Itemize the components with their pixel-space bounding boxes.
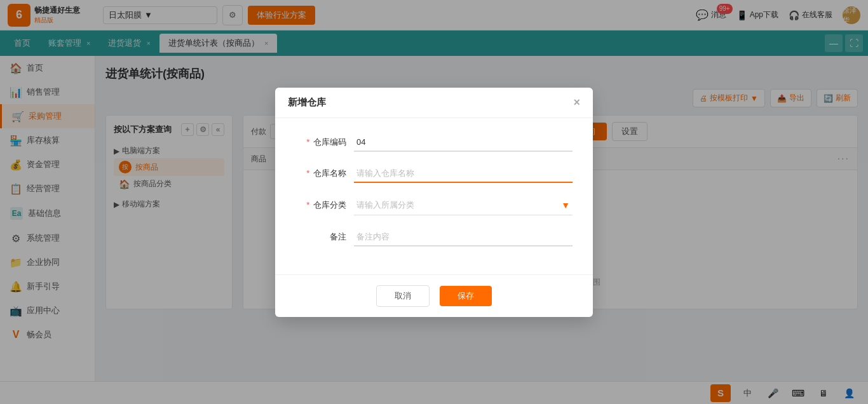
warehouse-code-input[interactable] <box>354 133 573 152</box>
warehouse-name-input[interactable] <box>354 165 573 183</box>
code-label: * 仓库编码 <box>295 137 346 148</box>
cancel-button[interactable]: 取消 <box>376 285 430 307</box>
name-label: * 仓库名称 <box>295 168 346 179</box>
dialog-close-button[interactable]: × <box>573 97 580 108</box>
form-row-code: * 仓库编码 <box>295 133 573 152</box>
dialog-header: 新增仓库 × <box>275 88 593 118</box>
warehouse-category-select[interactable]: 请输入所属分类 ▼ <box>354 196 573 215</box>
modal-overlay: 新增仓库 × * 仓库编码 * 仓库名称 <box>0 0 868 404</box>
form-row-category: * 仓库分类 请输入所属分类 ▼ <box>295 196 573 215</box>
dialog-body: * 仓库编码 * 仓库名称 * 仓库分类 请输入所属 <box>275 118 593 274</box>
dialog-footer: 取消 保存 <box>275 274 593 317</box>
save-button[interactable]: 保存 <box>440 286 492 306</box>
remark-input[interactable] <box>354 228 573 246</box>
form-row-name: * 仓库名称 <box>295 165 573 183</box>
form-row-remark: 备注 <box>295 228 573 246</box>
category-label: * 仓库分类 <box>295 199 346 211</box>
chevron-down-icon: ▼ <box>561 200 570 210</box>
dialog-title: 新增仓库 <box>288 97 326 109</box>
remark-label: 备注 <box>295 231 346 243</box>
new-warehouse-dialog: 新增仓库 × * 仓库编码 * 仓库名称 <box>275 88 593 317</box>
